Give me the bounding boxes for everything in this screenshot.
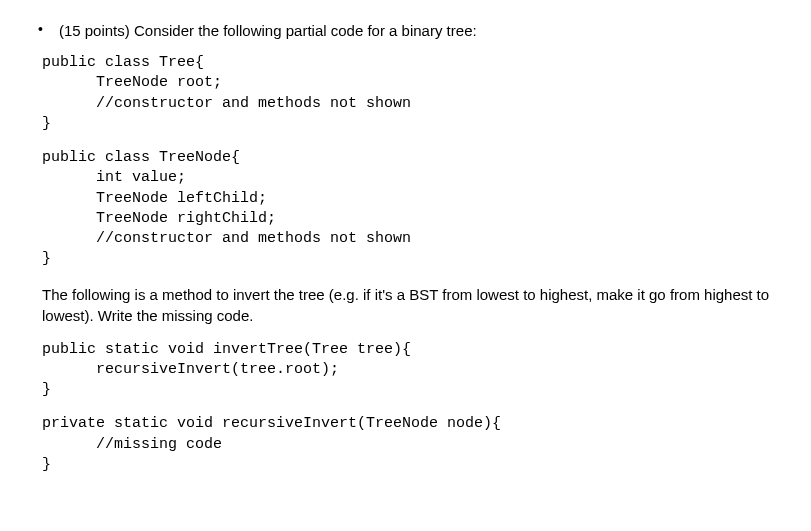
code-inverttree-method: public static void invertTree(Tree tree)…	[42, 340, 781, 401]
code-line: }	[42, 115, 51, 132]
code-line: //missing code	[42, 436, 222, 453]
points-label: (15 points)	[59, 22, 130, 39]
code-line: public class TreeNode{	[42, 149, 240, 166]
code-line: }	[42, 456, 51, 473]
code-line: }	[42, 381, 51, 398]
question-header: • (15 points) Consider the following par…	[30, 20, 781, 41]
code-line: public static void invertTree(Tree tree)…	[42, 341, 411, 358]
method-description: The following is a method to invert the …	[42, 284, 781, 326]
code-line: TreeNode leftChild;	[42, 190, 267, 207]
code-line: //constructor and methods not shown	[42, 230, 411, 247]
code-line: TreeNode rightChild;	[42, 210, 276, 227]
code-line: recursiveInvert(tree.root);	[42, 361, 339, 378]
code-line: //constructor and methods not shown	[42, 95, 411, 112]
code-line: private static void recursiveInvert(Tree…	[42, 415, 501, 432]
code-recursiveinvert-method: private static void recursiveInvert(Tree…	[42, 414, 781, 475]
code-line: public class Tree{	[42, 54, 204, 71]
code-line: }	[42, 250, 51, 267]
bullet-icon: •	[38, 20, 43, 40]
code-line: TreeNode root;	[42, 74, 222, 91]
intro-text: Consider the following partial code for …	[134, 22, 477, 39]
code-tree-class: public class Tree{ TreeNode root; //cons…	[42, 53, 781, 134]
question-intro: (15 points) Consider the following parti…	[59, 20, 781, 41]
code-treenode-class: public class TreeNode{ int value; TreeNo…	[42, 148, 781, 270]
code-line: int value;	[42, 169, 186, 186]
